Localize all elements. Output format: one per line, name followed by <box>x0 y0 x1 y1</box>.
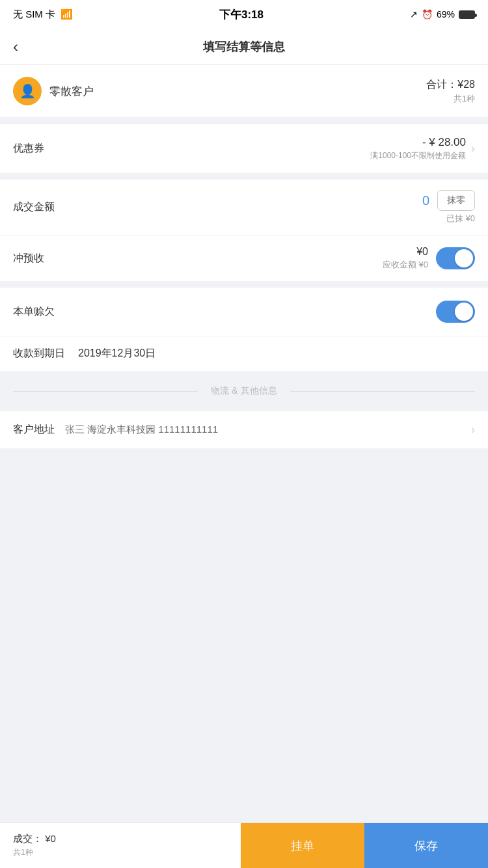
bottom-deal-value: ¥0 <box>45 833 56 844</box>
divider-line-left <box>13 391 198 392</box>
coupon-right: - ¥ 28.00 满1000-100不限制使用金额 › <box>370 136 475 161</box>
deal-amount-row: 成交金额 0 抹零 已抹 ¥0 <box>0 180 488 236</box>
prepay-label: 冲预收 <box>13 252 44 265</box>
bottom-info: 成交： ¥0 共1种 <box>0 833 241 858</box>
status-bar: 无 SIM 卡 📶 下午3:18 ↗ ⏰ 69% <box>0 0 488 29</box>
total-amount: 合计：¥28 <box>426 78 475 92</box>
content: 👤 零散客户 合计：¥28 共1种 优惠券 - ¥ 28.00 满1000-10… <box>0 65 488 507</box>
deal-amount-row-right: 0 抹零 <box>422 190 475 211</box>
bottom-bar: 成交： ¥0 共1种 挂单 保存 <box>0 822 488 868</box>
coupon-discount: - ¥ 28.00 <box>370 136 466 149</box>
prepay-amount: ¥0 <box>383 246 428 258</box>
deal-section: 成交金额 0 抹零 已抹 ¥0 冲预收 ¥0 应收金额 ¥0 <box>0 180 488 281</box>
deal-amount-sub: 已抹 ¥0 <box>422 213 475 224</box>
coupon-label: 优惠券 <box>13 142 44 156</box>
nav-bar: ‹ 填写结算等信息 <box>0 29 488 65</box>
hang-button[interactable]: 挂单 <box>241 823 364 869</box>
prepay-right: ¥0 应收金额 ¥0 <box>383 246 475 271</box>
address-card: 客户地址 张三 海淀永丰科技园 11111111111 › <box>0 411 488 448</box>
customer-total: 合计：¥28 共1种 <box>426 78 475 105</box>
due-row: 收款到期日 2019年12月30日 <box>0 336 488 371</box>
address-value: 张三 海淀永丰科技园 11111111111 <box>65 424 471 436</box>
status-right: ↗ ⏰ 69% <box>410 9 475 20</box>
coupon-desc: 满1000-100不限制使用金额 <box>370 150 466 161</box>
save-button[interactable]: 保存 <box>364 823 488 869</box>
carrier-text: 无 SIM 卡 <box>13 8 55 21</box>
deal-amount-right: 0 抹零 已抹 ¥0 <box>422 190 475 224</box>
customer-avatar: 👤 <box>13 77 42 105</box>
deal-amount-label: 成交金额 <box>13 200 55 214</box>
customer-card: 👤 零散客户 合计：¥28 共1种 <box>0 65 488 117</box>
coupon-card: 优惠券 - ¥ 28.00 满1000-100不限制使用金额 › <box>0 124 488 173</box>
logistics-divider: 物流 & 其他信息 <box>0 377 488 405</box>
due-label: 收款到期日 <box>13 347 65 360</box>
address-row[interactable]: 客户地址 张三 海淀永丰科技园 11111111111 › <box>0 411 488 448</box>
status-time: 下午3:18 <box>219 7 264 22</box>
alarm-icon: ⏰ <box>422 9 433 20</box>
customer-name: 零散客户 <box>49 84 94 99</box>
prepay-col: ¥0 应收金额 ¥0 <box>383 246 428 271</box>
debit-section: 本单赊欠 收款到期日 2019年12月30日 <box>0 288 488 371</box>
debit-toggle[interactable] <box>436 301 475 323</box>
address-label: 客户地址 <box>13 423 55 437</box>
total-count: 共1种 <box>426 93 475 105</box>
coupon-row[interactable]: 优惠券 - ¥ 28.00 满1000-100不限制使用金额 › <box>0 124 488 173</box>
prepay-sub: 应收金额 ¥0 <box>383 259 428 271</box>
prepay-toggle[interactable] <box>436 247 475 269</box>
battery-percent: 69% <box>437 9 455 20</box>
wifi-icon: 📶 <box>61 8 73 20</box>
page-title: 填写结算等信息 <box>203 39 285 55</box>
customer-left: 👤 零散客户 <box>13 77 94 105</box>
prepay-row: 冲预收 ¥0 应收金额 ¥0 <box>0 236 488 281</box>
logistics-label: 物流 & 其他信息 <box>211 385 277 397</box>
deal-amount-value: 0 <box>422 193 429 208</box>
location-icon: ↗ <box>410 9 418 20</box>
bottom-count: 共1种 <box>13 847 228 858</box>
bottom-deal-amount: 成交： ¥0 <box>13 833 228 845</box>
spacer <box>0 455 488 507</box>
bottom-deal-label: 成交： <box>13 833 42 844</box>
divider-line-right <box>290 391 475 392</box>
avatar-icon: 👤 <box>20 83 36 99</box>
status-left: 无 SIM 卡 📶 <box>13 8 73 21</box>
back-button[interactable]: ‹ <box>13 38 18 56</box>
debit-label: 本单赊欠 <box>13 305 55 319</box>
chevron-right-icon: › <box>471 142 475 156</box>
logistics-section: 物流 & 其他信息 <box>0 377 488 405</box>
due-date: 2019年12月30日 <box>78 347 156 360</box>
customer-row[interactable]: 👤 零散客户 合计：¥28 共1种 <box>0 65 488 117</box>
address-chevron-icon: › <box>471 423 475 437</box>
debit-row: 本单赊欠 <box>0 288 488 336</box>
coupon-info: - ¥ 28.00 满1000-100不限制使用金额 <box>370 136 466 161</box>
round-button[interactable]: 抹零 <box>437 190 475 211</box>
battery-icon <box>459 10 475 19</box>
